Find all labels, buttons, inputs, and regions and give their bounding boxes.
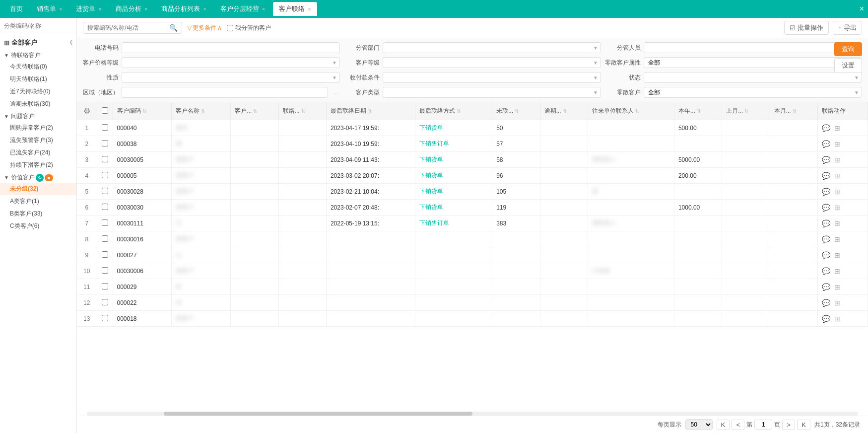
more-action-icon-2[interactable]: ⊞ (834, 156, 840, 164)
contact-action-icon-10[interactable]: 💬 (822, 283, 830, 291)
sort-unit-contact-icon[interactable]: ⇅ (635, 108, 639, 114)
contact-action-icon-6[interactable]: 💬 (822, 219, 830, 227)
sort-last-date-icon[interactable]: ⇅ (368, 108, 372, 114)
sort-category-icon[interactable]: ⇅ (253, 108, 257, 114)
more-conditions-btn[interactable]: ▽ 更多条件 ∧ (187, 24, 222, 32)
sidebar-item-class-b[interactable]: B类客户(33) (0, 208, 76, 220)
collapse-sidebar-btn[interactable]: 《 (67, 39, 72, 47)
select-payment[interactable] (383, 72, 601, 83)
sort-contact-icon[interactable]: ⇅ (301, 108, 305, 114)
page-number-input[interactable] (754, 420, 772, 430)
close-purchase-order[interactable]: × (98, 6, 101, 12)
contact-action-icon-8[interactable]: 💬 (822, 251, 830, 259)
first-page-btn[interactable]: K (717, 420, 730, 430)
global-close-button[interactable]: × (860, 4, 864, 13)
contact-action-icon-0[interactable]: 💬 (822, 124, 830, 132)
sort-name-icon[interactable]: ⇅ (201, 108, 205, 114)
close-customer-segment-manager[interactable]: × (262, 6, 265, 12)
nav-sales-order[interactable]: 销售单 × (31, 2, 68, 16)
more-action-icon-10[interactable]: ⊞ (834, 283, 840, 291)
settings-icon[interactable]: ⚙ (83, 107, 90, 115)
last-method-link[interactable]: 下销售订单 (419, 140, 449, 147)
row-checkbox-0[interactable] (102, 124, 108, 131)
row-checkbox-3[interactable] (102, 172, 108, 178)
select-customer-type[interactable] (383, 87, 601, 98)
close-customer-contact[interactable]: × (308, 6, 311, 12)
sidebar-item-churn-warning[interactable]: 流失预警客户(3) (0, 134, 76, 146)
last-method-link[interactable]: 下销货单 (419, 156, 443, 163)
sidebar-item-class-c[interactable]: C类客户(6) (0, 220, 76, 232)
contact-action-icon-1[interactable]: 💬 (822, 140, 830, 148)
input-phone[interactable] (122, 42, 340, 53)
last-page-btn[interactable]: K (797, 420, 810, 430)
sort-this-year-icon[interactable]: ⇅ (697, 108, 701, 114)
nav-product-analysis[interactable]: 商品分析 × (110, 2, 153, 16)
reset-button[interactable]: 设置 (834, 58, 862, 73)
more-action-icon-5[interactable]: ⊞ (834, 204, 840, 212)
per-page-select[interactable]: 50 100 (685, 419, 713, 430)
select-gender[interactable] (122, 72, 340, 83)
close-sales-order[interactable]: × (59, 6, 62, 12)
prev-page-btn[interactable]: < (732, 420, 744, 430)
input-person[interactable] (644, 42, 850, 53)
last-method-link[interactable]: 下销售订单 (419, 219, 449, 226)
main-search-icon[interactable]: 🔍 (169, 24, 178, 32)
row-checkbox-5[interactable] (102, 204, 108, 210)
sidebar-item-abnormal-repurchase[interactable]: 固购异常客户(2) (0, 122, 76, 134)
sidebar-search-input[interactable] (4, 22, 77, 29)
row-checkbox-12[interactable] (102, 315, 108, 321)
batch-op-button[interactable]: ☑ 批量操作 (784, 21, 829, 35)
sidebar-item-class-a[interactable]: A类客户(1) (0, 195, 76, 208)
main-search-input[interactable] (87, 24, 169, 31)
sort-this-month-icon[interactable]: ⇅ (793, 108, 797, 114)
row-checkbox-9[interactable] (102, 267, 108, 274)
last-method-link[interactable]: 下销货单 (419, 172, 443, 179)
sidebar-group-pending[interactable]: ▼ 待联络客户 (0, 49, 76, 61)
nav-home[interactable]: 首页 (4, 2, 29, 16)
check-all-checkbox[interactable] (102, 107, 108, 114)
more-action-icon-12[interactable]: ⊞ (834, 315, 840, 323)
input-area[interactable] (122, 87, 328, 98)
nav-customer-segment-manager[interactable]: 客户分层经营 × (214, 2, 271, 16)
contact-action-icon-9[interactable]: 💬 (822, 267, 830, 275)
sort-overdue-icon[interactable]: ⇅ (563, 108, 567, 114)
sidebar-group-problem[interactable]: ▼ 问题客户 (0, 110, 76, 122)
next-page-btn[interactable]: > (782, 420, 795, 430)
sidebar-item-tomorrow[interactable]: 明天待联络(1) (0, 73, 76, 85)
contact-action-icon-2[interactable]: 💬 (822, 156, 830, 164)
my-customers-checkbox[interactable] (227, 25, 233, 31)
more-action-icon-7[interactable]: ⊞ (834, 235, 840, 243)
sidebar-item-today[interactable]: 今天待联络(0) (0, 61, 76, 73)
more-action-icon-4[interactable]: ⊞ (834, 188, 840, 196)
close-product-analysis-list[interactable]: × (203, 6, 206, 12)
last-method-link[interactable]: 下销货单 (419, 124, 443, 131)
last-method-link[interactable]: 下销货单 (419, 204, 443, 211)
row-checkbox-10[interactable] (102, 283, 108, 289)
last-method-link[interactable]: 下销货单 (419, 188, 443, 195)
sort-no-contact-icon[interactable]: ⇅ (515, 108, 519, 114)
sort-last-month-icon[interactable]: ⇅ (744, 108, 748, 114)
select-dept[interactable] (383, 42, 601, 53)
contact-action-icon-5[interactable]: 💬 (822, 204, 830, 212)
sidebar-item-unclassified[interactable]: 未分组(32) (0, 183, 76, 195)
row-checkbox-4[interactable] (102, 188, 108, 194)
sidebar-item-overdue-contact[interactable]: 逾期未联络(30) (0, 98, 76, 110)
sort-last-method-icon[interactable]: ⇅ (457, 108, 461, 114)
select-zero-retail[interactable]: 全部 (644, 87, 862, 98)
sidebar-item-lost[interactable]: 已流失客户(24) (0, 146, 76, 159)
sidebar-group-value[interactable]: ▼ 价值客户 ↻ ● (0, 171, 76, 183)
row-checkbox-6[interactable] (102, 219, 108, 226)
close-product-analysis[interactable]: × (144, 6, 147, 12)
ellipsis-area[interactable]: ... (331, 89, 340, 96)
row-checkbox-8[interactable] (102, 251, 108, 258)
refresh-icon[interactable]: ↻ (36, 174, 44, 182)
query-button[interactable]: 查询 (834, 42, 862, 56)
nav-product-analysis-list[interactable]: 商品分析列表 × (155, 2, 212, 16)
contact-action-icon-7[interactable]: 💬 (822, 235, 830, 243)
select-status[interactable] (644, 72, 862, 83)
row-checkbox-1[interactable] (102, 140, 108, 146)
row-checkbox-7[interactable] (102, 235, 108, 242)
scrollbar-thumb[interactable] (164, 412, 472, 416)
export-button[interactable]: ↑ 导出 (833, 21, 862, 35)
select-zero-retail-attr[interactable]: 全部 (644, 57, 862, 68)
